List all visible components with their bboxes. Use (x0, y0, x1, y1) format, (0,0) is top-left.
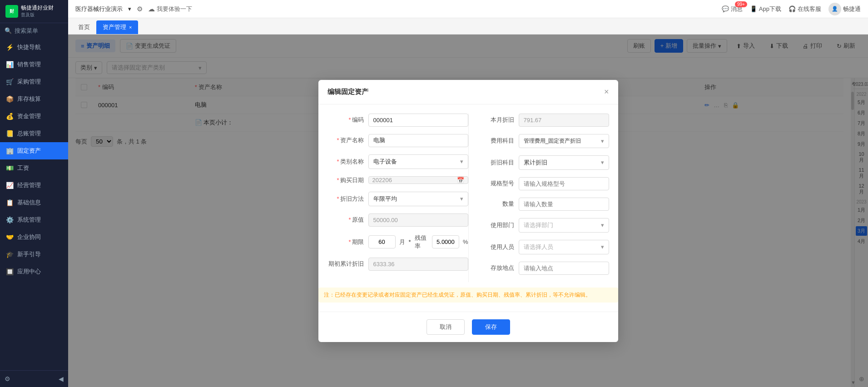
depreciation-account-value: 累计折旧 (524, 159, 547, 167)
category-select-arrow: ▾ (460, 158, 463, 165)
sidebar-item-label: 应用中心 (17, 268, 41, 276)
message-icon: 💬 (722, 5, 729, 12)
asset-name-input[interactable] (368, 134, 468, 147)
ledger-icon: 📒 (5, 129, 14, 138)
form-row-expense-account: 费用科目 管理费用_固定资产折旧 ▾ (478, 134, 609, 148)
form-row-depreciation-account: 折旧科目 累计折旧 ▾ (478, 155, 609, 170)
sidebar-item-salary[interactable]: 💵 工资 (0, 159, 68, 177)
user-name: 畅捷通 (843, 5, 861, 13)
period-unit: 月 (399, 238, 405, 246)
spec-input[interactable] (519, 177, 609, 190)
purchase-icon: 🛒 (5, 78, 14, 86)
form-row-asset-name: *资产名称 (327, 134, 468, 147)
app-download-label: App下载 (759, 5, 781, 13)
location-input[interactable] (519, 262, 609, 275)
save-button[interactable]: 保存 (472, 319, 510, 335)
sidebar-item-ledger[interactable]: 📒 总账管理 (0, 125, 68, 142)
quick-nav-icon: ⚡ (5, 43, 14, 51)
service-label: 在线客服 (798, 5, 821, 13)
collapse-icon[interactable]: ◀ (59, 375, 64, 382)
depreciation-account-select[interactable]: 累计折旧 ▾ (519, 155, 609, 170)
topbar-right: 💬 消息 99+ 📱 App下载 🎧 在线客服 👤 畅捷通 (722, 3, 861, 15)
expense-account-select[interactable]: 管理费用_固定资产折旧 ▾ (519, 134, 609, 148)
department-arrow: ▾ (601, 222, 604, 228)
sidebar-item-sales[interactable]: 📊 销售管理 (0, 56, 68, 73)
form-row-spec: 规格型号 (478, 177, 609, 190)
sidebar: 财 畅捷通好业财 普及版 🔍 搜索菜单 ⚡ 快捷导航 📊 销售管理 🛒 采购管理 (0, 0, 68, 387)
initial-depreciation-label: 期初累计折旧 (327, 260, 368, 268)
base-info-icon: 📋 (5, 198, 14, 207)
sidebar-item-label: 新手引导 (17, 250, 41, 258)
code-input[interactable] (368, 114, 468, 127)
message-badge: 99+ (735, 1, 747, 7)
tab-asset-label: 资产管理 (103, 23, 126, 31)
sidebar-item-finance[interactable]: 💰 资金管理 (0, 108, 68, 125)
category-select[interactable]: 电子设备 ▾ (368, 154, 468, 169)
sidebar-item-label: 库存核算 (17, 95, 41, 103)
tab-asset-management[interactable]: 资产管理 × (96, 20, 138, 34)
form-row-department: 使用部门 请选择部门 ▾ (478, 218, 609, 233)
period-input[interactable] (368, 235, 396, 248)
quantity-input[interactable] (519, 198, 609, 211)
sidebar-item-enterprise[interactable]: 🤝 企业协同 (0, 228, 68, 246)
sidebar-item-operations[interactable]: 📈 经营管理 (0, 177, 68, 194)
experience-btn[interactable]: ☁ 我要体验一下 (148, 5, 192, 13)
experience-label: 我要体验一下 (157, 5, 192, 13)
monthly-depreciation-input (519, 114, 609, 127)
operations-icon: 📈 (5, 181, 14, 189)
sidebar-item-label: 采购管理 (17, 78, 41, 86)
tab-home[interactable]: 首页 (72, 20, 96, 34)
form-row-period: *期限 月 * 残值率 % (327, 234, 468, 250)
online-service-btn[interactable]: 🎧 在线客服 (789, 5, 821, 13)
sidebar-item-label: 基础信息 (17, 198, 41, 207)
message-btn[interactable]: 💬 消息 99+ (722, 5, 743, 13)
sidebar-item-system[interactable]: ⚙️ 系统管理 (0, 211, 68, 228)
cancel-button[interactable]: 取消 (427, 319, 465, 335)
sidebar-item-inventory[interactable]: 📦 库存核算 (0, 90, 68, 108)
topbar: 医疗器械行业演示 ▾ ⚙ ☁ 我要体验一下 💬 消息 99+ 📱 App下载 🎧 (68, 0, 868, 18)
search-icon: 🔍 (5, 27, 12, 34)
salary-icon: 💵 (5, 164, 14, 172)
sidebar-item-app-center[interactable]: 🔲 应用中心 (0, 263, 68, 280)
tab-close-icon[interactable]: × (129, 25, 132, 30)
search-menu[interactable]: 🔍 搜索菜单 (0, 23, 68, 39)
sidebar-item-fixed-assets[interactable]: 🏢 固定资产 (0, 142, 68, 159)
sales-icon: 📊 (5, 60, 14, 69)
sidebar-item-guide[interactable]: 🎓 新手引导 (0, 246, 68, 263)
tab-home-label: 首页 (78, 23, 90, 31)
calendar-icon[interactable]: 📅 (457, 177, 464, 184)
form-row-initial-depreciation: 期初累计折旧 (327, 258, 468, 271)
logo-icon: 财 (5, 5, 18, 18)
user-select[interactable]: 请选择人员 ▾ (519, 240, 609, 254)
sidebar-item-base-info[interactable]: 📋 基础信息 (0, 194, 68, 211)
depreciation-method-select[interactable]: 年限平均 ▾ (368, 192, 468, 206)
gear-icon[interactable]: ⚙ (137, 5, 143, 13)
department-select[interactable]: 请选择部门 ▾ (519, 218, 609, 233)
sidebar-item-label: 系统管理 (17, 216, 41, 224)
department-placeholder: 请选择部门 (524, 221, 553, 229)
search-label: 搜索菜单 (15, 27, 38, 35)
form-row-location: 存放地点 (478, 262, 609, 275)
original-value-input[interactable] (368, 213, 468, 227)
salvage-rate-input[interactable] (432, 235, 459, 248)
modal-close-btn[interactable]: × (604, 87, 609, 97)
purchase-date-value: 202206 (372, 177, 457, 184)
location-label: 存放地点 (478, 264, 519, 272)
sidebar-item-quick-nav[interactable]: ⚡ 快捷导航 (0, 39, 68, 56)
settings-icon[interactable]: ⚙ (5, 375, 10, 382)
guide-icon: 🎓 (5, 250, 14, 258)
experience-icon: ☁ (148, 5, 155, 13)
form-row-purchase-date: *购买日期 202206 📅 (327, 176, 468, 184)
user-label: 使用人员 (478, 243, 519, 251)
sidebar-nav: ⚡ 快捷导航 📊 销售管理 🛒 采购管理 📦 库存核算 💰 资金管理 📒 (0, 39, 68, 370)
initial-depreciation-input[interactable] (368, 258, 468, 271)
sidebar-item-label: 快捷导航 (17, 43, 41, 51)
industry-dropdown[interactable]: ▾ (128, 5, 131, 12)
depreciation-method-arrow: ▾ (460, 195, 463, 202)
form-row-depreciation-method: *折旧方法 年限平均 ▾ (327, 192, 468, 206)
app-download-btn[interactable]: 📱 App下载 (750, 5, 781, 13)
sidebar-item-label: 固定资产 (17, 147, 41, 155)
original-value-label: *原值 (327, 216, 368, 224)
sidebar-item-purchase[interactable]: 🛒 采购管理 (0, 73, 68, 90)
user-area[interactable]: 👤 畅捷通 (828, 3, 861, 15)
